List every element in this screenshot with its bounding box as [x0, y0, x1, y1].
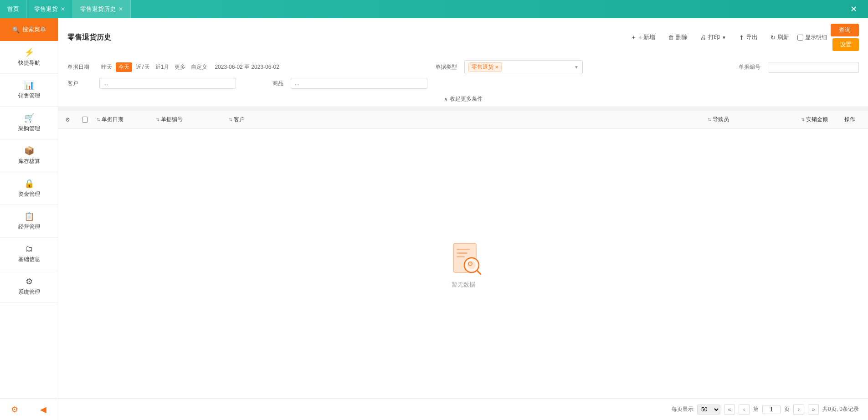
sidebar-item-purchase-label: 采购管理 — [18, 125, 40, 133]
page-title-row: 零售退货历史 ＋ + 新增 🗑 删除 🖨 打印 ▼ — [67, 24, 859, 51]
goods-input[interactable] — [291, 78, 427, 89]
tab-retail-return-history[interactable]: 零售退货历史 ✕ — [73, 0, 131, 18]
sidebar-item-finance-label: 资金管理 — [18, 190, 40, 198]
prev-page-button[interactable]: ‹ — [739, 404, 750, 415]
tab-retail-return[interactable]: 零售退货 ✕ — [27, 0, 73, 18]
voucher-type-select[interactable]: 零售退货 ✕ ▼ — [464, 60, 583, 74]
th-action: 操作 — [832, 116, 868, 123]
content-area: 零售退货历史 ＋ + 新增 🗑 删除 🖨 打印 ▼ — [58, 18, 868, 420]
quick-nav-icon: ⚡ — [24, 47, 34, 57]
th-date[interactable]: ⇅ 单据日期 — [93, 116, 152, 123]
sidebar-collapse-button[interactable]: ◀ — [29, 399, 58, 420]
plus-icon: ＋ — [631, 33, 637, 41]
top-bar: 首页 零售退货 ✕ 零售退货历史 ✕ ✕ — [0, 0, 868, 18]
print-icon: 🖨 — [700, 34, 706, 41]
date-option-1month[interactable]: 近1月 — [154, 62, 171, 72]
table-header: ⚙ ⇅ 单据日期 ⇅ 单据编号 ⇅ 客户 ⇅ — [58, 111, 868, 129]
sidebar-item-operations-label: 经营管理 — [18, 223, 40, 231]
show-detail-text: 显示明细 — [805, 34, 827, 41]
tab-retail-return-history-label: 零售退货历史 — [80, 5, 116, 13]
voucher-type-tag-text: 零售退货 — [472, 63, 493, 71]
table-select-all[interactable] — [77, 117, 93, 123]
th-customer[interactable]: ⇅ 客户 — [225, 116, 704, 123]
sidebar-item-system[interactable]: ⚙ 系统管理 — [0, 270, 58, 303]
setup-button[interactable]: 设置 — [832, 38, 859, 51]
refresh-button[interactable]: ↻ 刷新 — [766, 31, 794, 43]
sidebar-search-label: 搜索菜单 — [22, 26, 46, 34]
page-unit-label: 页 — [784, 405, 790, 413]
delete-button[interactable]: 🗑 删除 — [663, 31, 692, 43]
sidebar-item-purchase-mgmt[interactable]: 🛒 采购管理 — [0, 107, 58, 139]
pagination-bar: 每页显示 50 20 100 « ‹ 第 页 › » 共0页, 0条记录 — [58, 398, 868, 420]
sidebar-item-operations[interactable]: 📋 经营管理 — [0, 205, 58, 238]
th-action-label: 操作 — [844, 116, 855, 123]
svg-rect-1 — [457, 249, 470, 250]
th-voucher-label: 单据编号 — [161, 116, 183, 123]
tab-list: 首页 零售退货 ✕ 零售退货历史 ✕ — [0, 0, 847, 18]
refresh-icon: ↻ — [770, 34, 776, 41]
sidebar-item-quick-nav[interactable]: ⚡ 快捷导航 — [0, 41, 58, 74]
export-icon: ⬆ — [739, 34, 744, 41]
select-all-checkbox[interactable] — [82, 117, 88, 123]
chevron-left-icon: ◀ — [40, 405, 46, 415]
page-header: 零售退货历史 ＋ + 新增 🗑 删除 🖨 打印 ▼ — [58, 18, 868, 107]
inventory-icon: 📦 — [24, 146, 34, 156]
sidebar-item-sales-mgmt[interactable]: 📊 销售管理 — [0, 74, 58, 107]
query-button[interactable]: 查询 — [831, 24, 859, 36]
table-settings-button[interactable]: ⚙ — [58, 117, 77, 123]
date-option-custom[interactable]: 自定义 — [189, 62, 209, 72]
th-customer-sort-icon: ⇅ — [229, 117, 232, 122]
show-detail-checkbox[interactable] — [797, 35, 803, 41]
tab-retail-return-history-close[interactable]: ✕ — [118, 6, 123, 12]
filter-row-2: 客户 商品 — [67, 78, 859, 89]
th-guide-label: 导购员 — [713, 116, 729, 123]
customer-label: 客户 — [67, 80, 99, 87]
new-button[interactable]: ＋ + 新增 — [626, 31, 660, 43]
sidebar: 🔍 搜索菜单 ⚡ 快捷导航 📊 销售管理 🛒 采购管理 📦 库存核算 🔒 资金管… — [0, 18, 58, 420]
sidebar-item-sales-label: 销售管理 — [18, 92, 40, 100]
date-label: 单据日期 — [67, 63, 99, 71]
sales-icon: 📊 — [24, 80, 34, 90]
purchase-icon: 🛒 — [24, 113, 34, 123]
date-option-7days[interactable]: 近7天 — [134, 62, 152, 72]
show-detail-checkbox-label[interactable]: 显示明细 — [797, 34, 827, 41]
date-options: 昨天 今天 近7天 近1月 更多 自定义 — [99, 62, 209, 72]
customer-input[interactable] — [99, 78, 236, 89]
tab-retail-return-label: 零售退货 — [34, 5, 58, 13]
collapse-label: 收起更多条件 — [450, 95, 483, 103]
page-number-input[interactable] — [762, 405, 781, 414]
sidebar-item-system-label: 系统管理 — [18, 288, 40, 296]
empty-text: 暂无数据 — [452, 281, 475, 289]
page-prefix-label: 第 — [753, 405, 759, 413]
th-voucher-no[interactable]: ⇅ 单据编号 — [152, 116, 225, 123]
next-page-button[interactable]: › — [793, 404, 804, 415]
sidebar-settings-button[interactable]: ⚙ — [0, 399, 29, 420]
voucher-type-tag: 零售退货 ✕ — [468, 62, 502, 72]
th-date-sort-icon: ⇅ — [97, 117, 100, 122]
sidebar-item-inventory[interactable]: 📦 库存核算 — [0, 139, 58, 172]
sidebar-item-finance[interactable]: 🔒 资金管理 — [0, 172, 58, 205]
tab-home[interactable]: 首页 — [0, 0, 27, 18]
date-option-yesterday[interactable]: 昨天 — [99, 62, 114, 72]
th-guide[interactable]: ⇅ 导购员 — [704, 116, 777, 123]
first-page-button[interactable]: « — [724, 404, 735, 415]
th-amount-label: 实销金额 — [806, 116, 828, 123]
sidebar-item-basic-info[interactable]: 🗂 基础信息 — [0, 238, 58, 270]
th-amount[interactable]: ⇅ 实销金额 — [777, 116, 832, 123]
per-page-select[interactable]: 50 20 100 — [697, 405, 720, 415]
date-option-today[interactable]: 今天 — [116, 62, 132, 72]
print-button[interactable]: 🖨 打印 ▼ — [696, 31, 731, 43]
topbar-close-button[interactable]: ✕ — [847, 4, 861, 14]
voucher-type-tag-remove[interactable]: ✕ — [495, 65, 498, 70]
collapse-bar[interactable]: ∧ 收起更多条件 — [67, 92, 859, 107]
date-option-more[interactable]: 更多 — [173, 62, 187, 72]
filter-row-1: 单据日期 昨天 今天 近7天 近1月 更多 自定义 2023-06-02 至 2… — [67, 60, 859, 74]
voucher-type-label: 单据类型 — [435, 63, 457, 71]
sidebar-search-button[interactable]: 🔍 搜索菜单 — [0, 18, 58, 41]
sidebar-item-quick-nav-label: 快捷导航 — [18, 59, 40, 67]
voucher-no-input[interactable] — [768, 62, 859, 73]
last-page-button[interactable]: » — [808, 404, 819, 415]
goods-label: 商品 — [272, 80, 283, 87]
export-button[interactable]: ⬆ 导出 — [734, 31, 762, 43]
tab-retail-return-close[interactable]: ✕ — [61, 6, 65, 12]
